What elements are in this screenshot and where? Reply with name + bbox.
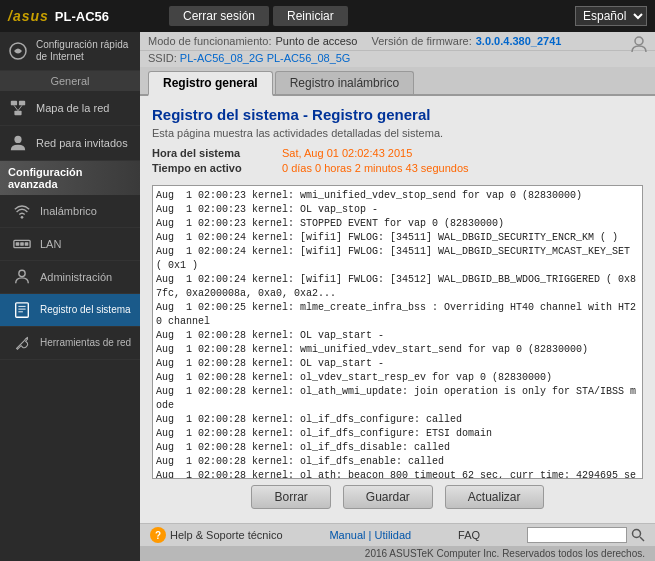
page-desc: Esta página muestra las actividades deta…: [152, 127, 643, 139]
language-dropdown[interactable]: Español: [575, 6, 647, 26]
tabs-row: Registro general Registro inalámbrico: [140, 67, 655, 96]
faq-label: FAQ: [458, 529, 480, 541]
user-icon: [629, 34, 649, 54]
sidebar-item-lan[interactable]: LAN: [0, 228, 140, 261]
network-map-icon: [8, 98, 28, 118]
logo-area: /asus PL-AC56: [8, 8, 109, 24]
info-table: Hora del sistema Sat, Aug 01 02:02:43 20…: [152, 147, 643, 177]
tools-icon: [12, 333, 32, 353]
svg-line-5: [18, 105, 22, 110]
sidebar-item-syslog[interactable]: Registro del sistema: [0, 294, 140, 327]
bottom-buttons: Borrar Guardar Actualizar: [152, 479, 643, 513]
fw-value: 3.0.0.4.380_2741: [476, 35, 562, 47]
model-name: PL-AC56: [55, 9, 109, 24]
log-line: Aug 1 02:00:28 kernel: ol_if_dfs_enable:…: [156, 455, 639, 469]
sidebar-item-quick-config[interactable]: Configuración rápida de Internet: [0, 32, 140, 71]
footer: ? Help & Soporte técnico Manual | Utilid…: [140, 523, 655, 546]
log-line: Aug 1 02:00:28 kernel: ol_ath: beacon 80…: [156, 469, 639, 479]
log-box[interactable]: Aug 1 02:00:23 kernel: wmi_unified_vdev_…: [152, 185, 643, 479]
uptime-value: 0 días 0 horas 2 minutos 43 segundos: [282, 162, 469, 174]
guest-network-icon: [8, 133, 28, 153]
svg-point-17: [635, 37, 643, 45]
tools-label: Herramientas de red: [40, 337, 131, 349]
log-line: Aug 1 02:00:28 kernel: ol_if_dfs_disable…: [156, 441, 639, 455]
guest-network-label: Red para invitados: [36, 137, 128, 149]
hora-row: Hora del sistema Sat, Aug 01 02:02:43 20…: [152, 147, 643, 159]
top-bar-buttons: Cerrar sesión Reiniciar: [169, 6, 348, 26]
log-line: Aug 1 02:00:24 kernel: [wifi1] FWLOG: [3…: [156, 273, 639, 301]
svg-point-18: [633, 530, 641, 538]
ssid-2g: PL-AC56_08_2G: [180, 52, 264, 64]
syslog-label: Registro del sistema: [40, 304, 131, 316]
help-icon: ?: [150, 527, 166, 543]
sidebar-item-network-map[interactable]: Mapa de la red: [0, 91, 140, 126]
manual-link[interactable]: Manual: [329, 529, 365, 541]
svg-point-7: [21, 216, 24, 219]
asus-logo: /asus: [8, 8, 49, 24]
sidebar-section-general: General: [0, 71, 140, 91]
log-line: Aug 1 02:00:24 kernel: [wifi1] FWLOG: [3…: [156, 231, 639, 245]
hora-label: Hora del sistema: [152, 147, 282, 159]
network-map-label: Mapa de la red: [36, 102, 109, 114]
log-line: Aug 1 02:00:28 kernel: ol_ath_wmi_update…: [156, 385, 639, 413]
hora-value: Sat, Aug 01 02:02:43 2015: [282, 147, 412, 159]
sidebar-section-advanced: Configuración avanzada: [0, 161, 140, 195]
log-line: Aug 1 02:00:28 kernel: OL vap_start -: [156, 329, 639, 343]
tab-general[interactable]: Registro general: [148, 71, 273, 96]
search-icon[interactable]: [631, 528, 645, 542]
copyright-bar: 2016 ASUSTeK Computer Inc. Reservados to…: [140, 546, 655, 561]
uptime-label: Tiempo en activo: [152, 162, 282, 174]
sidebar-item-guest-network[interactable]: Red para invitados: [0, 126, 140, 161]
tab-wireless[interactable]: Registro inalámbrico: [275, 71, 414, 94]
svg-rect-3: [14, 111, 21, 116]
restart-button[interactable]: Reiniciar: [273, 6, 348, 26]
language-selector[interactable]: Español: [575, 6, 647, 26]
lan-icon: [12, 234, 32, 254]
help-text: Help & Soporte técnico: [170, 529, 283, 541]
footer-links[interactable]: Manual | Utilidad: [329, 529, 411, 541]
ssid-5g: PL-AC56_08_5G: [267, 52, 351, 64]
log-line: Aug 1 02:00:28 kernel: ol_vdev_start_res…: [156, 371, 639, 385]
sidebar-item-wireless[interactable]: Inalámbrico: [0, 195, 140, 228]
uptime-row: Tiempo en activo 0 días 0 horas 2 minuto…: [152, 162, 643, 174]
fw-label: Versión de firmware:: [371, 35, 471, 47]
actualizar-button[interactable]: Actualizar: [445, 485, 544, 509]
svg-rect-1: [11, 101, 17, 106]
wireless-icon: [12, 201, 32, 221]
svg-line-4: [14, 105, 18, 110]
log-line: Aug 1 02:00:28 kernel: ol_if_dfs_configu…: [156, 413, 639, 427]
sidebar-item-tools[interactable]: Herramientas de red: [0, 327, 140, 360]
mode-value: Punto de acceso: [276, 35, 358, 47]
svg-rect-10: [20, 242, 24, 246]
svg-rect-2: [19, 101, 25, 106]
sidebar: Configuración rápida de Internet General…: [0, 32, 140, 561]
svg-point-6: [14, 136, 21, 143]
wireless-label: Inalámbrico: [40, 205, 97, 217]
svg-line-19: [640, 537, 644, 541]
svg-rect-13: [16, 303, 29, 317]
quick-config-label: Configuración rápida de Internet: [36, 39, 132, 63]
top-bar: /asus PL-AC56 Cerrar sesión Reiniciar Es…: [0, 0, 655, 32]
ssid-label: SSID:: [148, 52, 177, 64]
ssid-row: SSID: PL-AC56_08_2G PL-AC56_08_5G: [140, 51, 655, 67]
svg-point-12: [19, 270, 25, 276]
borrar-button[interactable]: Borrar: [251, 485, 330, 509]
logout-button[interactable]: Cerrar sesión: [169, 6, 269, 26]
content-wrapper: Configuración rápida de Internet General…: [0, 32, 655, 561]
sidebar-item-admin[interactable]: Administración: [0, 261, 140, 294]
ssid-values: PL-AC56_08_2G PL-AC56_08_5G: [180, 52, 351, 64]
log-line: Aug 1 02:00:25 kernel: mlme_create_infra…: [156, 301, 639, 329]
admin-icon: [12, 267, 32, 287]
utility-link[interactable]: Utilidad: [374, 529, 411, 541]
svg-rect-11: [25, 242, 29, 246]
log-line: Aug 1 02:00:28 kernel: OL vap_start -: [156, 357, 639, 371]
log-line: Aug 1 02:00:28 kernel: wmi_unified_vdev_…: [156, 343, 639, 357]
mode-bar: Modo de funcionamiento: Punto de acceso …: [140, 32, 655, 51]
lan-label: LAN: [40, 238, 61, 250]
search-input[interactable]: [527, 527, 627, 543]
log-line: Aug 1 02:00:23 kernel: OL vap_stop -: [156, 203, 639, 217]
admin-label: Administración: [40, 271, 112, 283]
footer-left: ? Help & Soporte técnico: [150, 527, 283, 543]
guardar-button[interactable]: Guardar: [343, 485, 433, 509]
log-line: Aug 1 02:00:24 kernel: [wifi1] FWLOG: [3…: [156, 245, 639, 273]
